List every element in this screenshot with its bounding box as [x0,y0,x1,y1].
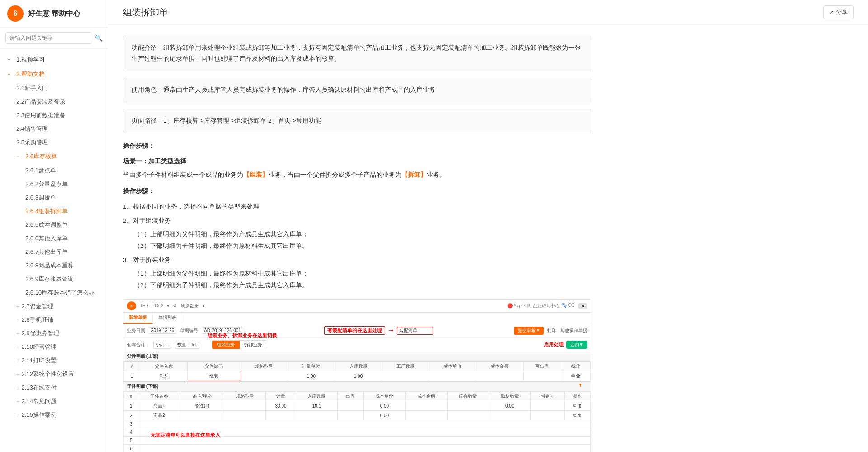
sim-expand-icon[interactable]: ⬆ [578,383,582,388]
sidebar-item-2-6-6[interactable]: 2.6.6其他入库单 [0,232,108,245]
ops-steps-title: 操作步骤： [123,187,591,195]
sim-breadcrumb: TEST-H002 ▼ ⚙ 刷新数据 ▼ [140,303,504,309]
sidebar-item-2-2[interactable]: 2.2产品安装及登录 [0,95,108,109]
sidebar-item-2-6-5[interactable]: 2.6.5成本调整单 [0,218,108,232]
nav-tree: + 1.视频学习 − 2.帮助文档 2.1新手入门 2.2产品安装及登录 2.3… [0,49,108,452]
step2-2: （2）下部明细为子件明细，最终作为原材料生成其它出库单。 [123,240,591,252]
type-disassemble-btn[interactable]: 拆卸业务 [240,341,267,349]
annotation-area1: 有装配清单的在这里处理 → 装配清单 [247,326,510,335]
annotation-lower-label: 无固定清单可以直接在这里录入 [151,432,220,438]
step3: 3、对于拆装业务 [123,254,591,266]
annotation-enable-label: 启用处理 [544,341,564,348]
step3-2: （2）下部明细为子件明细，最终作为产成品生成其它入库单。 [123,280,591,291]
type-assemble-btn[interactable]: 组装业务 [212,341,240,349]
annotation-type-label: 组装业务、拆卸业务在这里切换 [208,332,277,339]
sim-toolbar-icons: 🔴 App下载 企业帮助中心 🐾 CC [507,303,575,309]
sim-form-row1: 业务日期 2019-12-26 单据编号 AD-20191226-001 有装配… [123,324,591,338]
intro-block: 功能介绍：组装拆卸单用来处理企业组装或拆卸等加工业务，支持有固定装配清单的产品加… [123,36,591,71]
upper-table-row: 1 关系 组装 1.00 1.00 [124,371,591,381]
sidebar-item-docs[interactable]: − 2.帮助文档 [0,67,108,81]
sim-inner-tabs: 新增单据 单据列表 [123,313,591,324]
collapse-icon: − [7,71,14,77]
sidebar-item-2-8[interactable]: +2.8手机旺铺 [0,313,108,327]
annotation-arrow1: → [387,326,395,335]
sim-upper-table-wrap: # 父件名称 父件编码 规格型号 计量单位 入库数量 工厂数量 成本单价 成本金… [123,362,591,381]
sim-lower-table: # 子件名称 备注/规格 规格型号 计量 入库数量 出库 成本单价 成本金额 [123,391,591,452]
sidebar-item-2-6-10[interactable]: 2.6.10库存账本错了怎么办 [0,286,108,300]
sim-row-copy-icon[interactable]: ⧉ [571,373,575,378]
sim-no-label: 单据编号 [180,328,198,334]
share-icon: ↗ [829,9,834,16]
main-content: 组装拆卸单 ↗ 分享 功能介绍：组装拆卸单用来处理企业组装或拆卸等加工业务，支持… [108,0,868,452]
search-box[interactable]: 🔍 [0,28,108,49]
sim-screenshot: 6 TEST-H002 ▼ ⚙ 刷新数据 ▼ 🔴 App下载 企业帮助中心 🐾 … [123,300,591,452]
sidebar-item-2-6-9[interactable]: 2.6.9库存账本查询 [0,272,108,286]
role-block: 使用角色：通常由生产人员或库管人员完成拆装业务的操作，库管人员确认原材料的出库和… [123,78,591,102]
sidebar: 6 好生意 帮助中心 🔍 + 1.视频学习 − 2.帮助文档 2.1新手入门 2… [0,0,108,452]
sidebar-item-2-7[interactable]: +2.7资金管理 [0,300,108,313]
step1: 1、根据不同的业务，选择不同单据的类型来处理 [123,201,591,213]
sim-date-value[interactable]: 2019-12-26 [149,327,176,334]
sim-form-row2: 仓库合计： 小计： 数量：1/1 组装业务、拆卸业务在这里切换 组装业务 拆卸业… [123,338,591,352]
sim-tab-new[interactable]: 新增单据 [123,313,153,324]
type-toggle[interactable]: 组装业务 拆卸业务 [212,340,267,349]
operations-title: 操作步骤： [123,142,591,150]
sidebar-item-video[interactable]: + 1.视频学习 [0,52,108,67]
sidebar-item-2-14[interactable]: +2.14常见问题 [0,395,108,408]
sim-logo-icon: 6 [127,301,136,310]
logo-text: 好生意 帮助中心 [28,9,80,19]
sim-row-del-icon[interactable]: 🗑 [576,373,580,378]
sidebar-item-2-1[interactable]: 2.1新手入门 [0,81,108,95]
step2-1: （1）上部明细为父件明细，最终作为产成品生成其它入库单； [123,228,591,240]
page-title: 组装拆卸单 [123,6,168,19]
sim-bom-select[interactable]: 装配清单 [397,327,433,335]
sim-enable-btn[interactable]: 启用▼ [566,341,587,349]
sidebar-item-2-6-4[interactable]: 2.6.4组装拆卸单 [0,205,108,218]
sidebar-header: 6 好生意 帮助中心 [0,0,108,28]
sidebar-item-2-4[interactable]: 2.4销售管理 [0,122,108,136]
sim-lower-table-wrap: # 子件名称 备注/规格 规格型号 计量 入库数量 出库 成本单价 成本金额 [123,391,591,452]
sidebar-item-2-6[interactable]: − 2.6库存核算 [0,149,108,164]
steps-section: 操作步骤： 场景一：加工类型选择 当由多个子件材料组装成一个成品的业务为【组装】… [123,142,591,291]
sidebar-item-2-3[interactable]: 2.3使用前数据准备 [0,109,108,122]
scenario1-title: 场景一：加工类型选择 [123,157,591,166]
top-bar: 组装拆卸单 ↗ 分享 [108,0,868,25]
sim-lower-table-label: 子件明细 (下部) ⬆ [123,381,591,391]
sidebar-item-2-12[interactable]: +2.12系统个性化设置 [0,367,108,381]
sidebar-item-2-5[interactable]: 2.5采购管理 [0,136,108,149]
lower-table-row-6: 6 [124,445,591,452]
sidebar-item-2-11[interactable]: +2.11打印设置 [0,354,108,367]
sim-date-label: 业务日期 [127,328,145,334]
sim-tab-list[interactable]: 单据列表 [153,313,182,324]
sim-close-btn[interactable]: ✕ [578,303,587,309]
sim-upper-table-label: 父件明细 (上部) [123,352,591,362]
lower-table-row-2: 2 商品2 0.00 [124,411,591,420]
sidebar-item-2-6-3[interactable]: 2.6.3调拨单 [0,191,108,205]
lower-table-row-1: 1 商品1 备注(1) 30.00 10.1 0.00 [124,401,591,411]
sim-topbar: 6 TEST-H002 ▼ ⚙ 刷新数据 ▼ 🔴 App下载 企业帮助中心 🐾 … [123,300,591,313]
sidebar-item-2-13[interactable]: +2.13在线支付 [0,381,108,395]
sim-lower-table-area: 无固定清单可以直接在这里录入 # 子件名称 备注/规格 规格型号 计量 [123,391,591,452]
enable-area: 启用处理 启用▼ [544,341,587,349]
share-button[interactable]: ↗ 分享 [823,5,854,19]
sidebar-item-2-9[interactable]: +2.9优惠券管理 [0,327,108,340]
content-area: 功能介绍：组装拆卸单用来处理企业组装或拆卸等加工业务，支持有固定装配清单的产品加… [108,25,606,452]
search-button[interactable]: 🔍 [95,34,103,42]
step3-1: （1）上部明细为父件明细，最终作为原材料生成其它出库单； [123,268,591,280]
sidebar-item-2-10[interactable]: +2.10经营管理 [0,340,108,354]
screenshot-container: 6 TEST-H002 ▼ ⚙ 刷新数据 ▼ 🔴 App下载 企业帮助中心 🐾 … [123,299,591,452]
search-input[interactable] [5,32,92,44]
annotation-bom-label: 有装配清单的在这里处理 [324,326,385,335]
logo-icon: 6 [7,5,24,22]
step2: 2、对于组装业务 [123,215,591,227]
sidebar-item-2-6-7[interactable]: 2.6.7其他出库单 [0,245,108,259]
sidebar-item-2-6-8[interactable]: 2.6.8商品成本重算 [0,259,108,272]
sidebar-item-2-6-1[interactable]: 2.6.1盘点单 [0,164,108,177]
type-toggle-area: 组装业务、拆卸业务在这里切换 组装业务 拆卸业务 [212,340,267,349]
lower-table-row-3: 3 [124,420,591,428]
sidebar-item-2-15[interactable]: +2.15操作案例 [0,408,108,422]
collapse-icon-2-6: − [16,153,23,160]
scenario1-desc: 当由多个子件材料组装成一个成品的业务为【组装】业务，当由一个父件拆分成多个子产品… [123,169,591,181]
sidebar-item-2-6-2[interactable]: 2.6.2分量盘点单 [0,177,108,191]
sim-confirm-btn[interactable]: 提交审核▼ [514,327,544,335]
